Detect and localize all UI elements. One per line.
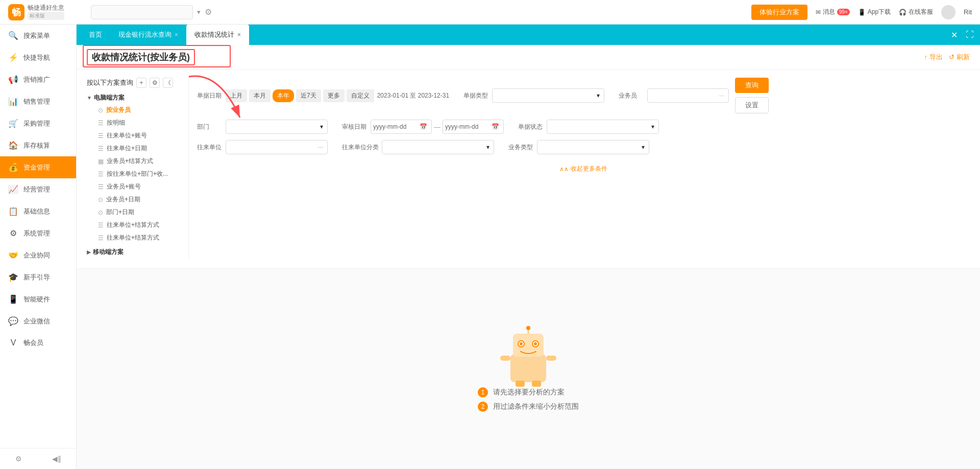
sidebar-item-6[interactable]: 💰 资金管理 [0, 156, 76, 178]
messages-item[interactable]: ✉ 消息 99+ [816, 8, 850, 16]
export-button[interactable]: ↑ 导出 [924, 53, 943, 62]
date-btn-本年[interactable]: 本年 [273, 89, 294, 102]
tab-close-all-btn[interactable]: ✕ [949, 28, 960, 42]
scheme-group-desktop: ▼ 电脑端方案 ⊙ 按业务员 ☰ 按明细 ☰ 往来单位+账号 ☰ 往来单位+日期… [87, 92, 182, 244]
online-service-item[interactable]: 🎧 在线客服 [899, 8, 933, 16]
scheme-icon-9: ☰ [98, 222, 104, 229]
collapse-row[interactable]: ∧∧ 收起更多条件 [197, 160, 970, 177]
sidebar-item-12[interactable]: 📱 智能硬件 [0, 288, 76, 310]
scheme-item-5[interactable]: ☰ 按往来单位+部门+收... [95, 168, 182, 180]
single-type-select[interactable]: ▾ [492, 88, 604, 103]
empty-area: 1 请先选择要分析的方案 2 用过滤条件来缩小分析范围 [77, 269, 980, 469]
tab-cashflow[interactable]: 现金银行流水查询 × [110, 25, 186, 45]
single-status-select[interactable]: ▾ [547, 120, 659, 134]
settings-scheme-btn[interactable]: ⚙ [150, 78, 160, 88]
sidebar-item-9[interactable]: ⚙ 系统管理 [0, 222, 76, 244]
tab-bar: 首页 现金银行流水查询 × 收款情况统计 × ✕ ⛶ [77, 25, 980, 45]
tab-cashflow-label: 现金银行流水查询 [118, 30, 172, 39]
sidebar-item-7[interactable]: 📈 经营管理 [0, 178, 76, 200]
header-nav: ▾ ⚙ [85, 5, 751, 19]
sidebar-item-3[interactable]: 📊 销售管理 [0, 90, 76, 112]
page-body: 收款情况统计(按业务员) ↑ 导出 ↺ 刷新 按以下方案查询 + [77, 45, 980, 469]
date-btn-本月[interactable]: 本月 [249, 89, 271, 102]
scheme-item-3[interactable]: ☰ 往来单位+日期 [95, 142, 182, 155]
sidebar-collapse-btn[interactable]: ◀‖ [48, 453, 65, 465]
query-button[interactable]: 查询 [735, 78, 769, 93]
counterparty-select[interactable]: ··· [226, 140, 328, 154]
sidebar-item-5[interactable]: 🏠 库存核算 [0, 134, 76, 156]
scheme-panel-header: 按以下方案查询 + ⚙ 《 [87, 78, 182, 88]
top-header: 畅 畅捷通好生意 标准版 ▾ ⚙ 体验行业方案 ✉ 消息 99+ 📱 App下载… [0, 0, 980, 25]
trial-button[interactable]: 体验行业方案 [751, 5, 807, 20]
dropdown-icon[interactable]: ▾ [197, 8, 201, 16]
tab-expand-btn[interactable]: ⛶ [964, 28, 976, 41]
scheme-label-6: 业务员+账号 [107, 182, 141, 191]
settings-button[interactable]: 设置 [735, 97, 769, 113]
counterparty-more[interactable]: ··· [318, 144, 323, 151]
sidebar-item-14[interactable]: V 畅会员 [0, 332, 76, 354]
search-input[interactable] [91, 5, 193, 19]
audit-date-start[interactable]: yyyy-mm-dd 📅 [371, 120, 432, 134]
collapse-scheme-btn[interactable]: 《 [163, 78, 173, 88]
date-btn-近7天[interactable]: 近7天 [296, 89, 321, 102]
header-right: 体验行业方案 ✉ 消息 99+ 📱 App下载 🎧 在线客服 Rit [751, 5, 972, 20]
tab-collection[interactable]: 收款情况统计 × [186, 25, 249, 45]
scheme-item-10[interactable]: ☰ 往来单位+结算方式 [95, 231, 182, 244]
biz-type-select[interactable]: ▾ [537, 140, 649, 154]
sidebar: 🔍 搜索菜单 ⚡ 快捷导航 📢 营销推广 📊 销售管理 🛒 采购管理 🏠 库存核… [0, 25, 77, 469]
tab-cashflow-close[interactable]: × [175, 31, 178, 38]
date-label: 单据日期 [197, 91, 223, 100]
scheme-group-mobile-title[interactable]: ▶ 移动端方案 [87, 246, 182, 258]
step2-text: 用过滤条件来缩小分析范围 [493, 402, 579, 411]
counterparty-cat-select[interactable]: ▾ [382, 140, 494, 154]
user-avatar[interactable] [941, 5, 955, 19]
gear-icon[interactable]: ⚙ [205, 7, 212, 17]
sidebar-item-0[interactable]: 🔍 搜索菜单 [0, 25, 76, 46]
date-btn-上月[interactable]: 上月 [226, 89, 247, 102]
sidebar-settings-btn[interactable]: ⚙ [11, 453, 26, 465]
export-icon: ↑ [924, 53, 928, 61]
scheme-group-mobile: ▶ 移动端方案 [87, 246, 182, 258]
sidebar-item-1[interactable]: ⚡ 快捷导航 [0, 46, 76, 68]
logo-text: 畅捷通好生意 [28, 4, 64, 12]
online-service-label: 在线客服 [909, 8, 933, 16]
date-btn-自定义[interactable]: 自定义 [347, 89, 374, 102]
audit-date-end[interactable]: yyyy-mm-dd 📅 [443, 120, 504, 134]
scheme-item-6[interactable]: ☰ 业务员+账号 [95, 180, 182, 193]
sidebar-item-2[interactable]: 📢 营销推广 [0, 68, 76, 90]
scheme-item-9[interactable]: ☰ 往来单位+结算方式 [95, 219, 182, 231]
sidebar-label-12: 智能硬件 [23, 295, 50, 304]
step-num-2: 2 [478, 402, 488, 412]
sidebar-icon-5: 🏠 [8, 140, 18, 150]
sidebar-item-8[interactable]: 📋 基础信息 [0, 200, 76, 222]
tab-home[interactable]: 首页 [81, 25, 110, 45]
sidebar-icon-14: V [8, 338, 18, 347]
scheme-item-0[interactable]: ⊙ 按业务员 [95, 104, 182, 116]
audit-date-field: 审核日期 yyyy-mm-dd 📅 — yyyy-mm-dd 📅 [342, 120, 504, 134]
salesman-select[interactable]: ··· [647, 88, 729, 103]
scheme-tree: ▼ 电脑端方案 ⊙ 按业务员 ☰ 按明细 ☰ 往来单位+账号 ☰ 往来单位+日期… [87, 92, 182, 258]
date-btn-更多[interactable]: 更多 [323, 89, 345, 102]
scheme-item-2[interactable]: ☰ 往来单位+账号 [95, 129, 182, 142]
sidebar-item-11[interactable]: 🎓 新手引导 [0, 266, 76, 288]
scheme-item-4[interactable]: ▦ 业务员+结算方式 [95, 155, 182, 168]
collapse-icon: ∧∧ [559, 166, 569, 173]
user-name: Rit [964, 8, 972, 16]
sidebar-item-4[interactable]: 🛒 采购管理 [0, 112, 76, 134]
dept-arrow: ▾ [320, 123, 323, 130]
add-scheme-btn[interactable]: + [136, 78, 146, 88]
app-download-item[interactable]: 📱 App下载 [858, 8, 891, 16]
scheme-label-9: 往来单位+结算方式 [107, 221, 159, 229]
scheme-item-7[interactable]: ⊙ 业务员+日期 [95, 193, 182, 206]
tab-collection-close[interactable]: × [237, 31, 241, 38]
dept-select[interactable]: ▾ [226, 120, 328, 134]
scheme-label-7: 业务员+日期 [106, 195, 140, 204]
sidebar-item-10[interactable]: 🤝 企业协同 [0, 244, 76, 266]
scheme-item-1[interactable]: ☰ 按明细 [95, 116, 182, 129]
date-range-text: 2023-01-01 至 2023-12-31 [377, 91, 449, 100]
single-status-field: 单据状态 ▾ [518, 120, 659, 134]
sidebar-item-13[interactable]: 💬 企业微信 [0, 310, 76, 332]
refresh-button[interactable]: ↺ 刷新 [949, 53, 970, 62]
scheme-group-desktop-title[interactable]: ▼ 电脑端方案 [87, 92, 182, 104]
scheme-item-8[interactable]: ⊙ 部门+日期 [95, 206, 182, 219]
